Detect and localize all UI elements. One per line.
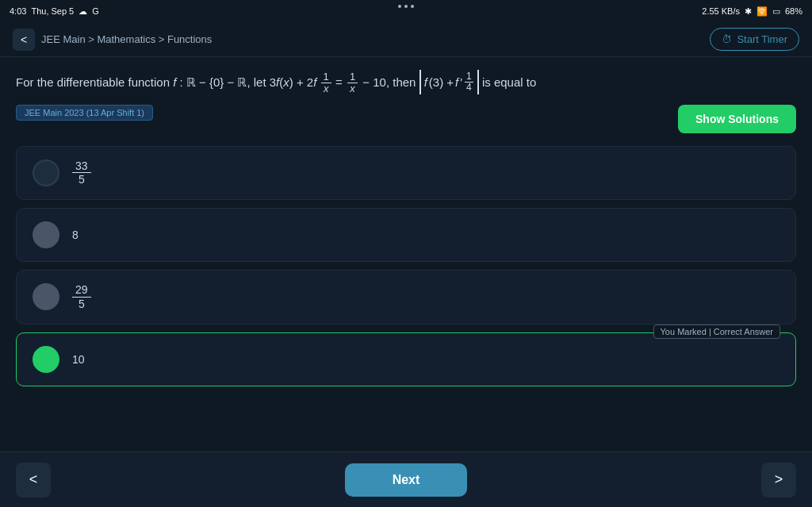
option-c[interactable]: 29 5	[16, 270, 796, 325]
dot2	[404, 5, 408, 8]
options-list: 33 5 8 29 5 You Marked | Correct Answer	[16, 146, 796, 386]
main-content: For the differentiable function f : ℝ − …	[0, 57, 812, 451]
you-marked-badge: You Marked | Correct Answer	[653, 325, 780, 339]
tag-and-solutions: Show Solutions JEE Main 2023 (13 Apr Shi…	[16, 105, 796, 140]
option-d-label: 10	[72, 353, 85, 366]
option-a-label: 33 5	[72, 159, 91, 187]
header-left: < JEE Main > Mathematics > Functions	[13, 29, 212, 51]
start-timer-button[interactable]: ⏱ Start Timer	[710, 28, 799, 51]
battery-icon: ▭	[772, 6, 780, 17]
option-d-wrapper: You Marked | Correct Answer 10	[16, 332, 796, 386]
g-label: G	[92, 6, 99, 16]
dot3	[411, 5, 414, 8]
status-bar: 4:03 Thu, Sep 5 ☁ G 2.55 KB/s ✱ 🛜 ▭ 68%	[0, 0, 812, 22]
breadcrumb: JEE Main > Mathematics > Functions	[41, 33, 212, 45]
question-text: For the differentiable function f : ℝ − …	[16, 70, 796, 95]
option-b-radio	[33, 221, 59, 248]
status-right: 2.55 KB/s ✱ 🛜 ▭ 68%	[702, 6, 802, 17]
option-c-numerator: 29	[72, 283, 91, 298]
day: Thu, Sep 5	[31, 6, 74, 16]
timer-label: Start Timer	[737, 33, 787, 45]
option-b-label: 8	[72, 229, 79, 241]
status-center-dots	[398, 5, 414, 8]
timer-icon: ⏱	[722, 33, 732, 45]
speed: 2.55 KB/s	[702, 6, 740, 16]
wifi-icon: 🛜	[756, 6, 768, 17]
option-a-radio	[33, 159, 59, 186]
option-c-denominator: 5	[75, 298, 88, 311]
option-c-radio	[33, 283, 59, 310]
dot1	[398, 5, 401, 8]
question-tag: JEE Main 2023 (13 Apr Shift 1)	[16, 105, 153, 121]
next-arrow-button[interactable]: >	[761, 463, 796, 497]
option-d[interactable]: 10	[16, 332, 796, 386]
back-button[interactable]: <	[13, 29, 35, 51]
bottom-bar: < Next >	[0, 451, 812, 507]
time: 4:03	[10, 6, 26, 16]
option-c-label: 29 5	[72, 283, 91, 311]
cloud-icon: ☁	[79, 6, 87, 17]
prev-button[interactable]: <	[16, 463, 51, 497]
option-a-numerator: 33	[72, 159, 91, 174]
battery-percent: 68%	[785, 6, 802, 16]
show-solutions-button[interactable]: Show Solutions	[678, 105, 796, 133]
option-a[interactable]: 33 5	[16, 146, 796, 201]
header: < JEE Main > Mathematics > Functions ⏱ S…	[0, 22, 812, 57]
option-a-denominator: 5	[75, 173, 88, 186]
status-left: 4:03 Thu, Sep 5 ☁ G	[10, 6, 99, 17]
option-d-radio	[33, 346, 59, 373]
bluetooth-icon: ✱	[745, 6, 752, 17]
next-button[interactable]: Next	[345, 463, 468, 497]
option-b[interactable]: 8	[16, 208, 796, 262]
